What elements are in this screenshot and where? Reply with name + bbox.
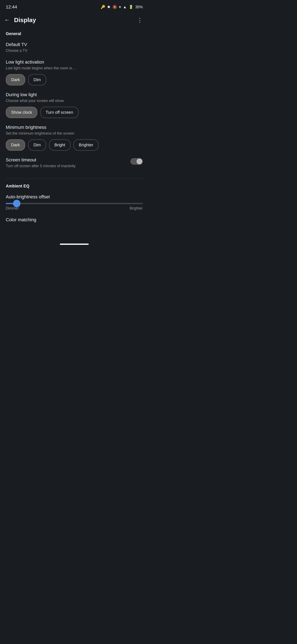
nav-indicator	[60, 244, 89, 245]
top-bar: ← Display ⋮	[0, 12, 148, 28]
content-area: General Default TV Choose a TV Low light…	[0, 28, 148, 237]
bluetooth-icon: ✱	[107, 5, 110, 9]
auto-brightness-title: Auto-brightness offset	[6, 194, 143, 200]
min-brightness-title: Minimum brightness	[6, 125, 143, 130]
screen-timeout-item: Screen timeout Turn off screen after 5 m…	[6, 157, 143, 172]
low-light-title: Low light activation	[6, 60, 143, 65]
min-brightness-options: Dark Dim Bright Brighter	[6, 139, 143, 151]
brightness-slider-track[interactable]	[6, 203, 143, 204]
screen-timeout-toggle[interactable]	[130, 158, 143, 165]
during-low-light-title: During low light	[6, 92, 143, 98]
back-button[interactable]: ←	[4, 17, 10, 23]
low-light-options: Dark Dim	[6, 74, 143, 86]
low-light-dark-button[interactable]: Dark	[6, 74, 25, 86]
page-title: Display	[14, 16, 36, 24]
status-time: 12:44	[6, 4, 17, 10]
min-brightness-subtitle: Set the minimum brightness of the screen	[6, 131, 143, 136]
toggle-knob	[137, 158, 142, 164]
more-options-button[interactable]: ⋮	[137, 17, 143, 24]
auto-brightness-item: Auto-brightness offset Dimmer Brighter	[6, 194, 143, 210]
brightness-slider-container: Dimmer Brighter	[6, 203, 143, 210]
mute-icon: 🔕	[112, 5, 117, 9]
brightness-dim-button[interactable]: Dim	[28, 139, 46, 151]
during-low-light-subtitle: Choose what your screen will show	[6, 99, 143, 103]
status-bar: 12:44 🔑 ✱ 🔕 ▾ ▲ 🔋 35%	[0, 0, 148, 12]
brightness-dark-button[interactable]: Dark	[6, 139, 25, 151]
default-tv-item[interactable]: Default TV Choose a TV	[6, 42, 143, 53]
general-section-label: General	[6, 31, 143, 36]
low-light-dim-button[interactable]: Dim	[28, 74, 46, 86]
during-low-light-item: During low light Choose what your screen…	[6, 92, 143, 118]
screen-timeout-title: Screen timeout	[6, 157, 130, 163]
show-clock-button[interactable]: Show clock	[6, 107, 37, 118]
brightness-brighter-button[interactable]: Brighter	[73, 139, 99, 151]
color-matching-item[interactable]: Color matching	[6, 217, 143, 222]
default-tv-subtitle: Choose a TV	[6, 48, 143, 53]
wifi-icon: ▾	[119, 5, 121, 9]
slider-max-label: Brighter	[130, 206, 143, 210]
section-divider	[6, 178, 143, 179]
minimum-brightness-item: Minimum brightness Set the minimum brigh…	[6, 125, 143, 151]
brightness-slider-labels: Dimmer Brighter	[6, 206, 143, 210]
default-tv-title: Default TV	[6, 42, 143, 47]
nav-bar	[0, 240, 148, 251]
status-icons: 🔑 ✱ 🔕 ▾ ▲ 🔋 35%	[101, 5, 143, 9]
ambient-eq-section-label: Ambient EQ	[6, 184, 143, 188]
during-low-light-options: Show clock Turn off screen	[6, 107, 143, 118]
key-icon: 🔑	[101, 5, 105, 9]
screen-timeout-row: Screen timeout Turn off screen after 5 m…	[6, 157, 143, 172]
battery-level: 35%	[135, 5, 143, 9]
low-light-subtitle: Low light mode begins when the room is…	[6, 66, 143, 70]
battery-icon: 🔋	[129, 5, 133, 9]
screen-timeout-subtitle: Turn off screen after 5 minutes of inact…	[6, 164, 130, 168]
low-light-activation-item: Low light activation Low light mode begi…	[6, 60, 143, 86]
signal-icon: ▲	[123, 5, 127, 9]
brightness-slider-thumb[interactable]	[13, 200, 20, 207]
turn-off-screen-button[interactable]: Turn off screen	[40, 107, 78, 118]
color-matching-title: Color matching	[6, 217, 143, 222]
brightness-bright-button[interactable]: Bright	[49, 139, 70, 151]
